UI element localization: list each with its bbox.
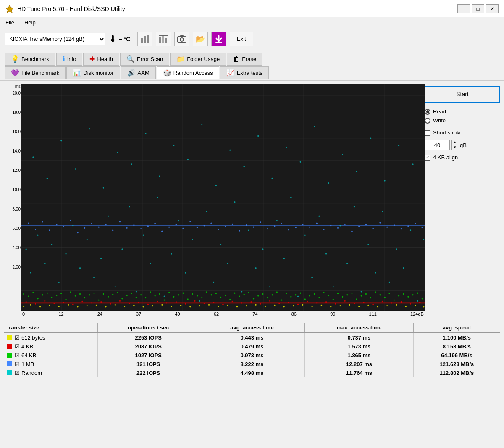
tab-extra-tests[interactable]: 📈 Extra tests xyxy=(220,66,269,79)
svg-point-226 xyxy=(257,295,259,296)
svg-point-124 xyxy=(262,248,263,250)
app-icon xyxy=(5,5,14,13)
svg-point-303 xyxy=(410,303,411,304)
drive-selector[interactable]: KIOXIA TransMemory (124 gB) xyxy=(5,33,105,45)
start-button[interactable]: Start xyxy=(425,86,500,103)
svg-point-253 xyxy=(384,297,385,298)
spinner-up-button[interactable]: ▲ xyxy=(452,140,458,145)
toolbar-btn-info[interactable] xyxy=(137,32,152,46)
toolbar-btn-screenshot[interactable] xyxy=(174,32,189,46)
svg-point-234 xyxy=(295,294,296,295)
compare-icon xyxy=(159,34,168,44)
tab-info[interactable]: ℹ Info xyxy=(56,53,83,66)
radio-group-rw: Read Write xyxy=(425,107,500,125)
svg-point-189 xyxy=(84,297,85,298)
checkbox-4kb-align[interactable]: 4 KB align xyxy=(425,154,500,161)
svg-rect-4 xyxy=(159,37,161,43)
title-bar-left: HD Tune Pro 5.70 - Hard Disk/SSD Utility xyxy=(5,5,125,13)
svg-point-217 xyxy=(215,293,217,294)
tab-aam[interactable]: 🔊 AAM xyxy=(121,66,156,79)
col-max-access: max. access time xyxy=(305,323,414,333)
chart-plot xyxy=(21,84,425,311)
svg-point-292 xyxy=(307,301,308,302)
maximize-button[interactable]: □ xyxy=(472,4,484,13)
svg-point-270 xyxy=(100,301,102,303)
svg-point-197 xyxy=(121,298,123,299)
svg-point-298 xyxy=(363,302,364,303)
svg-point-260 xyxy=(417,293,418,294)
svg-point-88 xyxy=(415,223,416,224)
svg-point-42 xyxy=(91,223,92,224)
tab-error-scan[interactable]: 🔍 Error Scan xyxy=(120,53,169,66)
exit-button[interactable]: Exit xyxy=(230,32,253,46)
file-benchmark-icon: 💜 xyxy=(11,69,19,77)
svg-point-158 xyxy=(173,145,174,146)
svg-point-69 xyxy=(281,223,282,224)
radio-read[interactable]: Read xyxy=(425,108,500,115)
row-64kb-max: 1.865 ms xyxy=(305,351,414,360)
radio-read-circle xyxy=(425,109,430,115)
svg-point-255 xyxy=(394,299,395,300)
svg-point-225 xyxy=(253,298,254,299)
minimize-button[interactable]: – xyxy=(457,4,470,13)
svg-point-9 xyxy=(180,38,184,41)
tab-erase[interactable]: 🗑 Erase xyxy=(227,53,262,66)
tab-folder-usage[interactable]: 📁 Folder Usage xyxy=(170,53,226,66)
svg-point-133 xyxy=(326,253,327,254)
spinner-down-button[interactable]: ▼ xyxy=(452,145,458,150)
svg-point-92 xyxy=(37,235,38,236)
sidebar: Start Read Write Short stroke xyxy=(425,84,500,311)
y-value-8: 8.00 xyxy=(13,207,21,211)
chart-svg xyxy=(21,84,425,311)
svg-point-144 xyxy=(403,267,404,269)
svg-point-236 xyxy=(304,298,306,300)
svg-point-319 xyxy=(152,305,153,306)
chart-with-axis: ms 20.0 18.0 16.0 14.0 12.0 10.0 8.00 6.… xyxy=(4,84,500,311)
spinner-buttons: ▲ ▼ xyxy=(452,140,458,150)
svg-point-237 xyxy=(309,295,310,296)
svg-point-196 xyxy=(117,292,118,293)
tab-disk-monitor[interactable]: 📊 Disk monitor xyxy=(66,66,120,79)
toolbar-btn-folder[interactable]: 📂 xyxy=(193,32,208,46)
svg-point-135 xyxy=(339,225,341,226)
x-axis: 0 12 24 37 49 62 74 86 99 111 124gB xyxy=(21,311,500,316)
row-512b-ops: 2253 IOPS xyxy=(97,333,199,342)
tab-file-benchmark[interactable]: 💜 File Benchmark xyxy=(5,66,66,79)
info-icon: ℹ xyxy=(63,55,65,63)
svg-point-266 xyxy=(63,302,64,303)
svg-point-187 xyxy=(75,295,76,296)
checkbox-short-stroke[interactable]: Short stroke xyxy=(425,129,500,136)
svg-point-265 xyxy=(53,303,55,304)
svg-point-108 xyxy=(150,263,151,264)
svg-point-326 xyxy=(218,306,219,307)
svg-point-261 xyxy=(422,298,423,299)
tab-benchmark[interactable]: 💡 Benchmark xyxy=(5,53,55,66)
svg-point-200 xyxy=(136,297,137,298)
gb-spinner-input[interactable] xyxy=(425,140,450,150)
radio-write[interactable]: Write xyxy=(425,117,500,124)
tab-health[interactable]: ✚ Health xyxy=(83,53,119,66)
svg-point-279 xyxy=(185,303,186,304)
toolbar-btn-download[interactable] xyxy=(211,32,226,46)
svg-point-106 xyxy=(136,291,137,292)
menu-help[interactable]: Help xyxy=(23,18,37,26)
close-button[interactable]: ✕ xyxy=(486,4,499,13)
svg-point-122 xyxy=(248,229,249,231)
svg-point-186 xyxy=(70,291,71,293)
svg-point-229 xyxy=(272,294,273,295)
svg-point-105 xyxy=(129,206,130,207)
svg-point-213 xyxy=(197,295,198,296)
download-icon xyxy=(215,35,223,43)
error-scan-icon: 🔍 xyxy=(126,55,135,63)
svg-point-159 xyxy=(187,159,189,160)
svg-point-331 xyxy=(265,306,266,307)
color-512b xyxy=(7,335,12,340)
tab-random-access[interactable]: 🎲 Random Access xyxy=(157,66,219,79)
menu-file[interactable]: File xyxy=(4,18,16,26)
svg-point-285 xyxy=(241,302,242,303)
svg-point-167 xyxy=(300,161,301,163)
toolbar-btn-compare[interactable] xyxy=(156,32,171,46)
svg-point-336 xyxy=(311,306,312,307)
svg-point-267 xyxy=(72,304,74,305)
svg-point-83 xyxy=(379,222,381,223)
